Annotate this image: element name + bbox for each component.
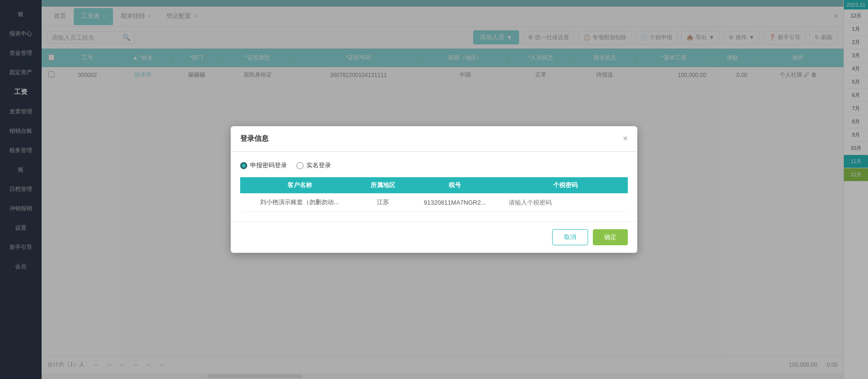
dialog-body: 申报密码登录 实名登录 客户名称 所属地区 — [231, 152, 637, 221]
login-method-group: 申报密码登录 实名登录 — [240, 161, 628, 170]
confirm-button[interactable]: 确定 — [593, 229, 628, 245]
dialog-close-button[interactable]: × — [623, 134, 628, 144]
login-info-row: 刘小艳演示账套（勿删勿动... 江苏 91320811MA7NGR2... — [240, 193, 628, 212]
login-info-table: 客户名称 所属地区 税号 个税密码 — [240, 177, 628, 212]
dialog-title: 登录信息 — [240, 134, 269, 143]
dialog-header: 登录信息 × — [231, 126, 637, 152]
password-input[interactable] — [509, 199, 618, 206]
password-login-radio[interactable] — [240, 162, 247, 169]
th-client-name: 客户名称 — [240, 177, 359, 193]
client-name-cell: 刘小艳演示账套（勿删勿动... — [240, 193, 359, 212]
region-cell: 江苏 — [359, 193, 406, 212]
cancel-button[interactable]: 取消 — [552, 229, 588, 245]
th-password: 个税密码 — [503, 177, 628, 193]
tax-number-cell: 91320811MA7NGR2... — [407, 193, 503, 212]
realname-login-radio[interactable] — [296, 162, 304, 169]
password-cell[interactable] — [503, 193, 628, 212]
dialog-footer: 取消 确定 — [231, 221, 637, 253]
dialog-overlay: 登录信息 × 申报密码登录 实名登录 客户名称 — [0, 0, 868, 379]
th-region: 所属地区 — [359, 177, 406, 193]
login-info-dialog: 登录信息 × 申报密码登录 实名登录 客户名称 — [231, 126, 637, 253]
radio-password-login[interactable]: 申报密码登录 — [240, 161, 287, 170]
radio-realname-login[interactable]: 实名登录 — [296, 161, 331, 170]
th-tax-number: 税号 — [407, 177, 503, 193]
